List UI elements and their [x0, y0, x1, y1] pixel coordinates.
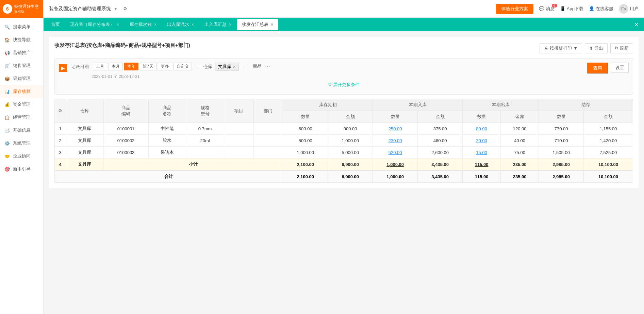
sidebar-item-guide[interactable]: 🎯 新手引导 [0, 163, 43, 176]
tab-收发存汇总表[interactable]: 收发存汇总表 ✕ [237, 19, 278, 30]
sidebar-item-operations[interactable]: 📋 经营管理 [0, 111, 43, 124]
system-dropdown-icon[interactable]: ▼ [114, 6, 118, 11]
sidebar-item-search[interactable]: 🔍 搜索菜单 [0, 20, 43, 33]
col-header-name: 商品名称 [148, 99, 186, 123]
sidebar-item-purchase[interactable]: 📦 采购管理 [0, 72, 43, 85]
row-in-qty[interactable]: 520.00 [373, 147, 418, 159]
tab-出入库流水[interactable]: 出入库流水 ✕ [162, 19, 199, 30]
row-no: 2 [55, 135, 66, 147]
tab-close-icon[interactable]: ✕ [154, 22, 157, 27]
export-label: 导出 [594, 45, 603, 51]
data-table: ⚙ 仓库 商品编码 商品名称 规格型号 项目 部门 库存期初 本期入库 本期出库… [55, 99, 633, 182]
date-options: 上月本月本年近7天更多自定义 [93, 63, 192, 70]
row-init-qty: 600.00 [283, 123, 328, 135]
date-option-更多[interactable]: 更多 [158, 63, 172, 70]
export-icon: ⬆ [589, 46, 593, 51]
sidebar-label-inventory: 库存核算 [13, 88, 31, 95]
tab-库存批次账[interactable]: 库存批次账 ✕ [125, 19, 162, 30]
tab-close-icon[interactable]: ✕ [270, 22, 274, 27]
total-bal-qty: 2,985.00 [539, 170, 584, 182]
row-init-qty: 1,000.00 [283, 147, 328, 159]
row-init-amt: 900.00 [328, 123, 373, 135]
sidebar-item-collab[interactable]: 🤝 企业协同 [0, 150, 43, 163]
sidebar-nav: 🔍 搜索菜单 🏠 快捷导航 📢 营销推广 🛒 销售管理 📦 采购管理 📊 库存核… [0, 18, 43, 314]
col-header-dept: 部门 [253, 99, 283, 123]
col-out-qty: 数量 [463, 111, 501, 123]
top-header: 装备及固定资产辅助管理系统 ▼ ⚙ 体验行业方案 💬 消息 6 📱 App下载 … [44, 0, 644, 18]
tab-close-icon[interactable]: ✕ [191, 22, 194, 27]
warehouse-tag-close[interactable]: ✕ [233, 65, 236, 69]
try-button[interactable]: 体验行业方案 [496, 4, 533, 14]
sidebar-icon-finance: 💰 [4, 101, 10, 108]
row-bal-amt: 7,525.00 [584, 147, 633, 159]
row-in-qty[interactable]: 250.00 [373, 123, 418, 135]
filter-settings-button[interactable]: 设置 [611, 63, 629, 73]
warehouse-more[interactable]: ··· [242, 63, 249, 70]
goods-more[interactable]: ··· [264, 63, 271, 70]
tab-label: 库存批次账 [130, 21, 152, 28]
warehouse-tag: 文具库 ✕ [215, 63, 239, 71]
query-button[interactable]: 查询 [587, 63, 608, 73]
sidebar-item-finance[interactable]: 💰 资金管理 [0, 98, 43, 111]
subtotal-in-qty: 1,000.00 [373, 159, 418, 171]
online-service-action[interactable]: 👤 在线客服 [589, 6, 613, 12]
date-option-近7天[interactable]: 近7天 [140, 63, 156, 70]
settings-gear-icon[interactable]: ⚙ [123, 6, 127, 11]
date-label: 记账日期 [71, 64, 89, 70]
total-out-qty: 115.00 [463, 170, 501, 182]
date-option-上月[interactable]: 上月 [93, 63, 107, 70]
total-in-qty: 1,000.00 [373, 170, 418, 182]
expand-button[interactable]: ▽ 展开更多条件 [328, 82, 360, 88]
filter-toggle-button[interactable]: ▶ [59, 64, 67, 72]
tab-close-icon[interactable]: ✕ [116, 22, 119, 27]
sidebar: 6 畅捷通好生意 标准版 🔍 搜索菜单 🏠 快捷导航 📢 营销推广 🛒 销售管理… [0, 0, 44, 314]
sidebar-item-basic[interactable]: 📑 基础信息 [0, 124, 43, 137]
col-in-qty: 数量 [373, 111, 418, 123]
page-actions: 🖨 按模板打印 ▼ ⬆ 导出 ↻ 刷新 [540, 43, 633, 53]
tab-bar-close-button[interactable]: ✕ [631, 21, 641, 28]
sidebar-label-system: 系统管理 [13, 140, 31, 146]
sidebar-icon-search: 🔍 [4, 24, 10, 30]
page-card: 收发存汇总表(按仓库+商品编码+商品+规格型号+项目+部门) 🖨 按模板打印 ▼… [49, 37, 639, 188]
row-in-amt: 375.00 [418, 123, 463, 135]
date-option-自定义[interactable]: 自定义 [174, 63, 192, 70]
row-init-amt: 5,000.00 [328, 147, 373, 159]
tab-出入库汇总[interactable]: 出入库汇总 ✕ [200, 19, 236, 30]
sidebar-item-system[interactable]: ⚙️ 系统管理 [0, 137, 43, 150]
print-icon: 🖨 [544, 46, 548, 51]
tab-现存量（库存分布表）[interactable]: 现存量（库存分布表） ✕ [65, 19, 124, 30]
refresh-button[interactable]: ↻ 刷新 [610, 43, 633, 53]
print-button[interactable]: 🖨 按模板打印 ▼ [540, 43, 582, 53]
subtotal-bal-amt: 10,100.00 [584, 159, 633, 171]
row-init-amt: 1,000.00 [328, 135, 373, 147]
user-action[interactable]: Ea 用户 [619, 4, 639, 14]
date-option-本年[interactable]: 本年 [124, 63, 138, 70]
row-name: 中性笔 [148, 123, 186, 135]
row-out-amt: 120.00 [501, 123, 539, 135]
subtotal-out-qty: 115.00 [463, 159, 501, 171]
row-out-qty[interactable]: 80.00 [463, 123, 501, 135]
message-action[interactable]: 💬 消息 6 [539, 6, 555, 12]
export-button[interactable]: ⬆ 导出 [585, 43, 608, 53]
app-download-action[interactable]: 📱 App下载 [560, 6, 583, 12]
table-gear-icon[interactable]: ⚙ [58, 108, 62, 113]
expand-label: 展开更多条件 [333, 82, 360, 88]
sidebar-item-sales[interactable]: 🛒 销售管理 [0, 59, 43, 72]
row-in-qty[interactable]: 230.00 [373, 135, 418, 147]
row-out-qty[interactable]: 15.00 [463, 147, 501, 159]
row-out-qty[interactable]: 20.00 [463, 135, 501, 147]
row-name: 采访本 [148, 147, 186, 159]
sidebar-label-operations: 经营管理 [13, 114, 31, 120]
tab-首页[interactable]: 首页 [46, 19, 65, 30]
date-option-本月[interactable]: 本月 [109, 63, 123, 70]
tab-close-icon[interactable]: ✕ [229, 22, 232, 27]
sidebar-item-quicknav[interactable]: 🏠 快捷导航 [0, 33, 43, 46]
filter-row-date: 记账日期 上月本月本年近7天更多自定义 ··· [71, 63, 199, 70]
sidebar-label-collab: 企业协同 [13, 153, 31, 159]
row-code: 0100003 [103, 147, 148, 159]
sidebar-item-marketing[interactable]: 📢 营销推广 [0, 46, 43, 59]
user-label: 用户 [630, 6, 639, 12]
sidebar-item-inventory[interactable]: 📊 库存核算 [0, 85, 43, 98]
col-init-qty: 数量 [283, 111, 328, 123]
expand-row: ▽ 展开更多条件 [59, 80, 629, 90]
